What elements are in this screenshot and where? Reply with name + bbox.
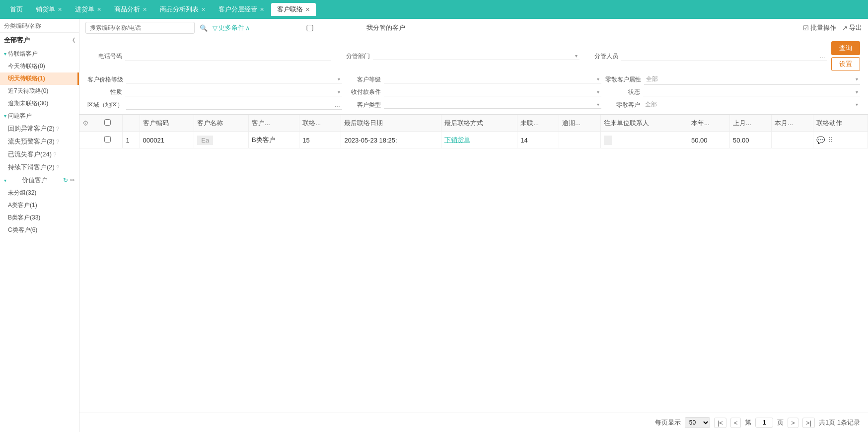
nav-product-analysis-list[interactable]: 商品分析列表✕ xyxy=(154,3,212,16)
dept-select[interactable]: ▾ xyxy=(373,52,579,60)
nav-customer-tier[interactable]: 客户分层经营✕ xyxy=(213,3,270,16)
search-input[interactable] xyxy=(85,22,195,34)
sidebar-tomorrow-contact[interactable]: 明天待联络(1) xyxy=(0,72,79,85)
row-uncontacted-cell: 14 xyxy=(517,132,559,148)
cust-type-select[interactable]: ▾ xyxy=(384,101,601,109)
col-index xyxy=(123,115,140,132)
export-btn[interactable]: ↗ 导出 xyxy=(842,23,862,32)
edit-icon[interactable]: ✏ xyxy=(70,177,75,184)
row-last-contact-date-cell: 2023-05-23 18:25: xyxy=(341,132,441,148)
cust-type-field: 客户类型 ▾ xyxy=(346,101,601,109)
col-last-contact-date[interactable]: 最后联络日期 xyxy=(341,115,441,132)
col-uncontacted[interactable]: 未联... xyxy=(517,115,559,132)
nav-purchase-order[interactable]: 进货单✕ xyxy=(69,3,107,16)
nav-home[interactable]: 首页 xyxy=(4,3,29,16)
cust-value-select[interactable]: ▾ xyxy=(126,75,342,83)
row-checkbox-cell[interactable] xyxy=(101,132,123,148)
sidebar: 🔍 全部客户 《 待联络客户 今天待联络(0) 明天待联络(1) 近7天待联络(… xyxy=(0,19,79,432)
total-records: 共1页 1条记录 xyxy=(819,418,860,427)
page-next-btn[interactable]: > xyxy=(788,418,798,428)
col-code[interactable]: 客户编码 xyxy=(140,115,194,132)
sidebar-overdue-contact[interactable]: 逾期未联络(30) xyxy=(0,97,79,110)
sidebar-unclassified[interactable]: 未分组(32) xyxy=(0,187,79,199)
col-unit-contact[interactable]: 往来单位联系人 xyxy=(601,115,688,132)
select-all-checkbox[interactable] xyxy=(104,119,111,126)
gender-select[interactable]: ▾ xyxy=(125,88,342,96)
region-input[interactable] xyxy=(128,101,334,108)
page-size-select[interactable]: 20 50 100 xyxy=(685,417,710,428)
row-unit-contact-cell xyxy=(601,132,688,148)
nav-sales-order[interactable]: 销货单✕ xyxy=(30,3,68,16)
nav-product-analysis[interactable]: 商品分析✕ xyxy=(108,3,153,16)
col-overdue[interactable]: 逾期... xyxy=(559,115,601,132)
cust-value-label: 客户价格等级 xyxy=(87,75,123,84)
filter-search-icon[interactable]: 🔍 xyxy=(200,24,208,32)
col-contact[interactable]: 联络... xyxy=(299,115,341,132)
retail-attr-select[interactable]: 全部▾ xyxy=(644,74,860,85)
filter-bar: 🔍 ▽ 更多条件 ∧ 我分管的客户 ☑ 批量操作 ↗ 导出 xyxy=(79,19,868,37)
query-btn[interactable]: 查询 xyxy=(831,41,860,55)
value-customers-group[interactable]: 价值客户 ↻ ✏ xyxy=(0,174,79,187)
action-chat-icon[interactable]: 💬 xyxy=(816,136,825,144)
col-this-year[interactable]: 本年... xyxy=(688,115,729,132)
manager-input-wrap: … xyxy=(621,52,827,61)
phone-input[interactable] xyxy=(127,53,329,60)
more-conditions-btn[interactable]: ▽ 更多条件 ∧ xyxy=(213,23,250,32)
row-last-month-cell: 50.00 xyxy=(730,132,772,148)
export-icon: ↗ xyxy=(842,24,848,32)
table-area: ⚙ 客户编码 客户名称 客户... 联络... 最后联络日期 最后联络方式 未联… xyxy=(79,115,868,413)
phone-label: 电话号码 xyxy=(87,52,122,61)
row-action-cell: 💬 ⠿ xyxy=(813,132,868,148)
problem-customers-group[interactable]: 问题客户 xyxy=(0,110,79,122)
phone-input-wrap xyxy=(125,52,331,61)
payment-select[interactable]: ▾ xyxy=(384,88,601,96)
col-last-contact-method[interactable]: 最后联络方式 xyxy=(441,115,517,132)
col-last-month[interactable]: 上月... xyxy=(730,115,772,132)
sidebar-already-lost[interactable]: 已流失客户(24) ? xyxy=(0,148,79,161)
page-input[interactable] xyxy=(755,418,773,428)
status-label: 状态 xyxy=(605,88,640,96)
region-input-wrap: … xyxy=(126,100,342,110)
sidebar-today-contact[interactable]: 今天待联络(0) xyxy=(0,60,79,72)
action-more-icon[interactable]: ⠿ xyxy=(828,136,833,144)
sidebar-loss-warning[interactable]: 流失预警客户(3) ? xyxy=(0,135,79,148)
col-checkbox[interactable] xyxy=(101,115,123,132)
sidebar-near7-contact[interactable]: 近7天待联络(0) xyxy=(0,85,79,97)
help-icon-repurchase: ? xyxy=(56,126,59,132)
sidebar-a-class[interactable]: A类客户(1) xyxy=(0,199,79,212)
col-category[interactable]: 客户... xyxy=(248,115,299,132)
refresh-icon[interactable]: ↻ xyxy=(63,177,68,184)
row-checkbox[interactable] xyxy=(104,136,111,143)
sidebar-search-input[interactable] xyxy=(4,22,78,29)
last-contact-link[interactable]: 下销货单 xyxy=(444,136,470,144)
my-customers-check[interactable] xyxy=(255,25,364,31)
sidebar-repurchase-abnormal[interactable]: 回购异常客户(2) ? xyxy=(0,122,79,135)
sidebar-continuous-decrease[interactable]: 持续下滑客户(2) ? xyxy=(0,161,79,174)
retail-cust-field: 零散客户 全部▾ xyxy=(605,99,860,110)
retail-cust-select[interactable]: 全部▾ xyxy=(643,99,860,110)
col-settings[interactable]: ⚙ xyxy=(79,115,101,132)
region-more-icon[interactable]: … xyxy=(334,101,340,108)
status-select[interactable]: ▾ xyxy=(643,88,860,96)
nav-customer-contact[interactable]: 客户联络✕ xyxy=(271,3,316,16)
row-last-contact-method-cell[interactable]: 下销货单 xyxy=(441,132,517,148)
sidebar-c-class[interactable]: C类客户(6) xyxy=(0,224,79,236)
page-prev-btn[interactable]: < xyxy=(730,418,741,428)
table-header-row: ⚙ 客户编码 客户名称 客户... 联络... 最后联络日期 最后联络方式 未联… xyxy=(79,115,868,132)
settings-btn[interactable]: 设置 xyxy=(831,57,860,71)
batch-op-btn[interactable]: ☑ 批量操作 xyxy=(803,23,836,32)
col-action: 联络动作 xyxy=(813,115,868,132)
page-first-btn[interactable]: |< xyxy=(714,418,726,428)
cust-level-select[interactable]: ▾ xyxy=(384,75,601,83)
col-name[interactable]: 客户名称 xyxy=(194,115,249,132)
all-customers-header[interactable]: 全部客户 《 xyxy=(0,33,79,48)
my-customers-checkbox[interactable]: 我分管的客户 xyxy=(255,23,405,32)
row-this-month-cell xyxy=(772,132,813,148)
page-last-btn[interactable]: >| xyxy=(802,418,815,428)
manager-more-icon[interactable]: … xyxy=(819,53,825,60)
row-index-cell: 1 xyxy=(123,132,140,148)
col-this-month[interactable]: 本月... xyxy=(772,115,813,132)
sidebar-b-class[interactable]: B类客户(33) xyxy=(0,212,79,224)
manager-input[interactable] xyxy=(623,53,819,60)
pending-contact-group[interactable]: 待联络客户 xyxy=(0,48,79,60)
